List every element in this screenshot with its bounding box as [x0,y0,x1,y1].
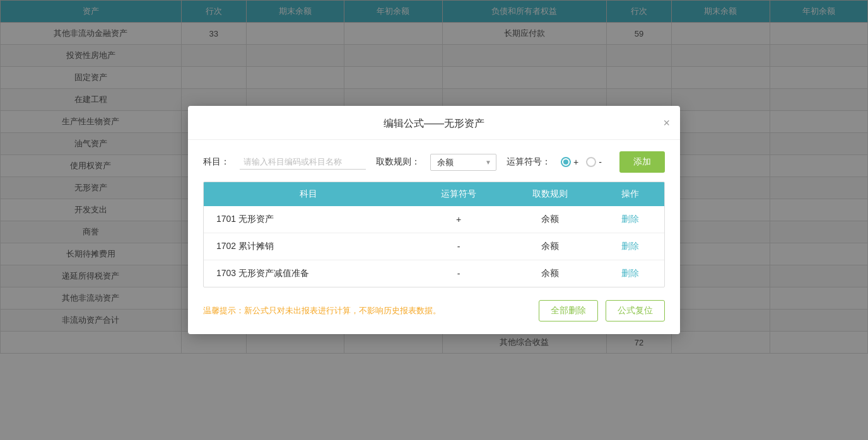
modal-footer: 温馨提示：新公式只对未出报表进行计算，不影响历史报表数据。 全部删除 公式复位 [188,287,680,321]
modal-header: 编辑公式——无形资产 × [188,106,680,140]
radio-minus-circle [586,157,596,167]
row3-subject: 1703 无形资产减值准备 [204,260,413,287]
operator-minus-radio[interactable]: - [586,157,602,167]
modal-table-wrap: 科目 运算符号 取数规则 操作 1701 无形资产 + 余额 删除 [203,182,665,287]
row1-subject: 1701 无形资产 [204,206,413,233]
formula-row: 1703 无形资产减值准备 - 余额 删除 [204,260,664,287]
delete-all-button[interactable]: 全部删除 [539,300,598,321]
form-row: 科目： 取数规则： 余额 借方发生额 贷方发生额 期初余额 ▼ 运算符号： [188,140,680,182]
modal-overlay: 编辑公式——无形资产 × 科目： 取数规则： 余额 借方发生额 贷方发生额 期初… [0,0,868,440]
row1-operator: + [413,206,505,233]
row3-action[interactable]: 删除 [595,260,664,287]
operator-minus-label: - [599,157,602,167]
hint-text: 温馨提示：新公式只对未出报表进行计算，不影响历史报表数据。 [203,305,441,316]
rule-label: 取数规则： [376,156,420,168]
formula-table: 科目 运算符号 取数规则 操作 1701 无形资产 + 余额 删除 [204,182,664,287]
modal-close-button[interactable]: × [663,117,670,129]
rule-select[interactable]: 余额 借方发生额 贷方发生额 期初余额 [430,154,496,171]
rule-select-wrap: 余额 借方发生额 贷方发生额 期初余额 ▼ [430,154,496,171]
row2-rule: 余额 [504,233,595,260]
row2-operator: - [413,233,505,260]
col-header-rule: 取数规则 [504,182,595,206]
formula-row: 1702 累计摊销 - 余额 删除 [204,233,664,260]
col-header-subject: 科目 [204,182,413,206]
modal-title: 编辑公式——无形资产 [384,118,484,129]
row3-operator: - [413,260,505,287]
add-button[interactable]: 添加 [619,151,665,173]
operator-plus-radio[interactable]: + [561,157,578,167]
row1-rule: 余额 [504,206,595,233]
reset-formula-button[interactable]: 公式复位 [606,300,665,321]
col-header-action: 操作 [595,182,664,206]
row1-action[interactable]: 删除 [595,206,664,233]
modal-dialog: 编辑公式——无形资产 × 科目： 取数规则： 余额 借方发生额 贷方发生额 期初… [188,106,680,334]
operator-plus-label: + [573,157,578,167]
delete-link-1[interactable]: 删除 [621,214,639,224]
row2-action[interactable]: 删除 [595,233,664,260]
radio-plus-circle [561,157,571,167]
operator-radio-group: + - [561,157,602,167]
delete-link-3[interactable]: 删除 [621,268,639,278]
page-container: 资产 行次 期末余额 年初余额 负债和所有者权益 行次 期末余额 年初余额 其他… [0,0,868,440]
formula-row: 1701 无形资产 + 余额 删除 [204,206,664,233]
footer-buttons: 全部删除 公式复位 [539,300,665,321]
row2-subject: 1702 累计摊销 [204,233,413,260]
subject-label: 科目： [203,156,230,168]
operator-label: 运算符号： [507,156,551,168]
col-header-operator: 运算符号 [413,182,505,206]
row3-rule: 余额 [504,260,595,287]
subject-input[interactable] [240,154,366,170]
delete-link-2[interactable]: 删除 [621,241,639,251]
